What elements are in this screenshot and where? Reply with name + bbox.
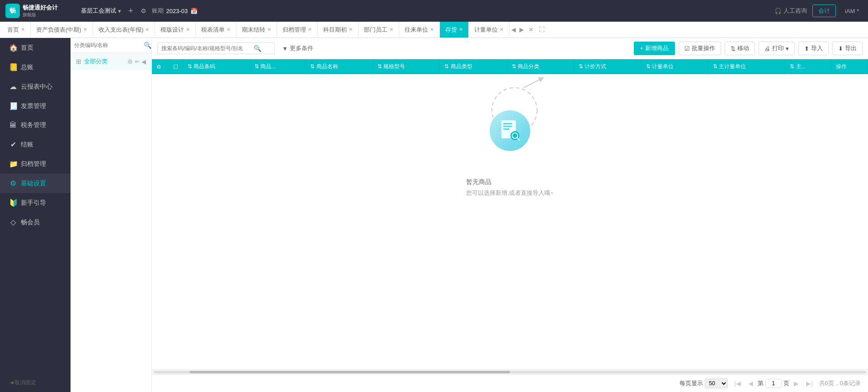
app-edition: 旗舰版 — [23, 12, 58, 18]
tab-expand-button[interactable]: ⛶ — [536, 26, 547, 33]
th-category[interactable]: ⇅ 商品分类 — [507, 59, 574, 74]
per-page-select[interactable]: 10 20 50 100 — [705, 378, 728, 388]
sidebar-item-settle[interactable]: ✔ 结账 — [0, 135, 71, 154]
category-collapse-button[interactable]: ◀ — [142, 58, 146, 65]
tab-close-home[interactable]: ✕ — [21, 27, 25, 33]
sidebar-item-ledger[interactable]: 📒 总账 — [0, 57, 71, 77]
category-panel: 🔍 ⊞ 全部分类 ⚙ ✏ ◀ — [71, 38, 152, 392]
archive-icon: 📁 — [9, 160, 17, 168]
sidebar-item-report[interactable]: ☁ 云报表中心 — [0, 77, 71, 96]
sidebar-label-ledger: 总账 — [21, 63, 33, 71]
product-search-icon[interactable]: 🔍 — [254, 45, 261, 52]
account-button[interactable]: 会计 — [812, 5, 836, 17]
tab-close-template[interactable]: ✕ — [186, 27, 190, 33]
sidebar-item-invoice[interactable]: 🧾 发票管理 — [0, 96, 71, 116]
tax-icon: 🏛 — [9, 121, 17, 129]
category-search-icon[interactable]: 🔍 — [144, 42, 151, 49]
th-barcode[interactable]: ⇅ 商品条码 — [183, 59, 250, 74]
tab-close-department[interactable]: ✕ — [389, 27, 393, 33]
th-name[interactable]: ⇅ 商品名称 — [306, 59, 373, 74]
tab-close-tax[interactable]: ✕ — [226, 27, 231, 33]
th-spec[interactable]: ⇅ 规格型号 — [373, 59, 439, 74]
add-tab-button[interactable]: + — [127, 6, 135, 16]
category-all[interactable]: ⊞ 全部分类 ⚙ ✏ ◀ — [71, 53, 151, 70]
th-unit[interactable]: ⇅ 计量单位 — [641, 59, 708, 74]
per-page-label: 每页显示 — [679, 379, 703, 387]
page-total-label: 共0页，0条记录 — [819, 379, 861, 387]
more-filter-button[interactable]: ▼ 更多条件 — [278, 43, 317, 54]
settings-icon[interactable]: ⚙ — [141, 7, 146, 14]
sidebar-item-member[interactable]: ◇ 畅会员 — [0, 213, 71, 232]
page-size-selector: 每页显示 10 20 50 100 — [679, 378, 728, 388]
sidebar-item-home[interactable]: 🏠 首页 — [0, 38, 71, 57]
prev-page-button[interactable]: ◀ — [745, 379, 756, 388]
th-code[interactable]: ⇅ 商品... — [250, 59, 305, 74]
tab-income[interactable]: 收入支出表(年报) ✕ — [93, 22, 156, 38]
th-price-method[interactable]: ⇅ 计价方式 — [574, 59, 641, 74]
tab-balance[interactable]: 资产负债表(中期) ✕ — [31, 22, 93, 38]
tab-unit[interactable]: 计量单位 ✕ — [469, 22, 509, 38]
tab-tax[interactable]: 税表清单 ✕ — [196, 22, 236, 38]
sidebar-unpin-button[interactable]: ◄取消固定 — [0, 373, 71, 392]
tab-inventory[interactable]: 存货 ✕ — [440, 22, 469, 38]
tab-partner[interactable]: 往来单位 ✕ — [399, 22, 440, 38]
tab-close-archive[interactable]: ✕ — [308, 27, 312, 33]
period-value[interactable]: 2023-03 — [166, 8, 188, 14]
tab-department[interactable]: 部门员工 ✕ — [359, 22, 399, 38]
tab-close-partner[interactable]: ✕ — [430, 27, 434, 33]
app-name: 畅捷通好会计 — [23, 4, 58, 12]
export-button[interactable]: ⬇ 导出 — [832, 42, 863, 55]
scrollbar-thumb[interactable] — [189, 371, 510, 373]
page-label: 第 — [758, 379, 764, 387]
export-icon: ⬇ — [838, 45, 843, 52]
tab-close-period-end[interactable]: ✕ — [267, 27, 271, 33]
th-checkbox[interactable]: ☐ — [168, 59, 183, 74]
next-page-button[interactable]: ▶ — [791, 379, 802, 388]
member-icon: ◇ — [9, 218, 17, 227]
th-settings[interactable]: ⚙ — [152, 59, 168, 74]
tab-subject[interactable]: 科目期初 ✕ — [318, 22, 359, 38]
first-page-button[interactable]: |◀ — [731, 379, 744, 388]
sidebar-item-guide[interactable]: 🔰 新手引导 — [0, 193, 71, 213]
tab-close-all-button[interactable]: ✕ — [526, 26, 536, 33]
tab-period-end[interactable]: 期末结转 ✕ — [236, 22, 277, 38]
tab-close-subject[interactable]: ✕ — [349, 27, 353, 33]
tab-prev-button[interactable]: ◀ — [509, 26, 518, 33]
tab-close-balance[interactable]: ✕ — [83, 27, 87, 33]
empty-illustration — [483, 101, 537, 156]
iam-label[interactable]: iAM * — [841, 8, 863, 14]
last-page-button[interactable]: ▶| — [803, 379, 816, 388]
page-input[interactable] — [765, 379, 782, 388]
sidebar-item-archive[interactable]: 📁 归档管理 — [0, 154, 71, 174]
tab-next-button[interactable]: ▶ — [518, 26, 526, 33]
tab-close-income[interactable]: ✕ — [145, 27, 149, 33]
move-button[interactable]: ⇅ 移动 — [725, 42, 755, 55]
period-label: 账期 — [152, 7, 164, 15]
print-button[interactable]: 🖨 打印 ▾ — [759, 42, 795, 55]
category-edit-button[interactable]: ✏ — [135, 58, 140, 65]
sidebar-item-tax[interactable]: 🏛 税务管理 — [0, 116, 71, 135]
tab-close-unit[interactable]: ✕ — [500, 27, 504, 33]
company-selector[interactable]: 基层工会测试 ▾ — [81, 7, 121, 15]
product-search-input[interactable] — [161, 45, 252, 52]
tab-archive[interactable]: 归档管理 ✕ — [277, 22, 318, 38]
calendar-icon[interactable]: 📅 — [190, 8, 198, 14]
filter-icon: ▼ — [282, 45, 288, 52]
th-main-unit[interactable]: ⇅ 主计量单位 — [708, 59, 785, 74]
table-area: ⚙ ☐ ⇅ 商品条码 ⇅ 商品... ⇅ 商品名称 — [152, 59, 868, 369]
help-button[interactable]: 🎧 人工咨询 — [774, 7, 807, 15]
batch-operation-button[interactable]: ☑ 批量操作 — [679, 42, 721, 55]
horizontal-scrollbar[interactable] — [152, 369, 868, 374]
tab-template[interactable]: 模版设计 ✕ — [155, 22, 196, 38]
th-extra[interactable]: ⇅ 主... — [785, 59, 831, 74]
tab-home[interactable]: 首页 ✕ — [2, 22, 31, 38]
category-edit-icon[interactable]: ⚙ — [127, 58, 133, 65]
add-product-button[interactable]: + 新增商品 — [634, 42, 675, 55]
tab-close-inventory[interactable]: ✕ — [459, 27, 463, 33]
category-search-input[interactable] — [74, 42, 142, 48]
sidebar-item-basic[interactable]: ⚙ 基础设置 — [0, 174, 71, 193]
page-nav: |◀ ◀ 第 页 ▶ ▶| — [731, 379, 815, 388]
import-button[interactable]: ⬆ 导入 — [798, 42, 829, 55]
th-type[interactable]: ⇅ 商品类型 — [440, 59, 507, 74]
company-dropdown-icon: ▾ — [118, 8, 121, 14]
